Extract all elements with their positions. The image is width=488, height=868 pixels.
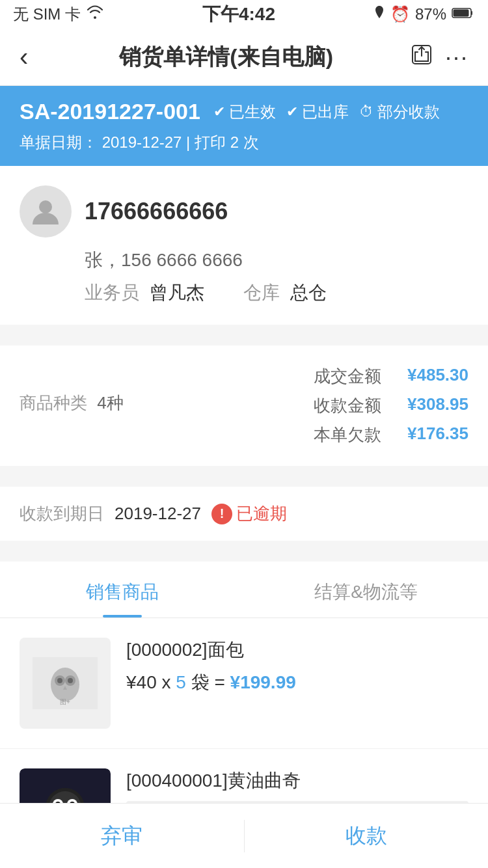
product-total-1: ¥199.99 [230, 672, 296, 692]
stats-right: 成交金额 ¥485.30 收款金额 ¥308.95 本单欠款 ¥176.35 [314, 365, 468, 446]
product-types-label: 商品种类 [20, 393, 87, 413]
battery-text: 87% [415, 5, 446, 23]
collected-value: ¥308.95 [407, 394, 468, 417]
clock-icon: ⏱ [359, 103, 373, 120]
battery-icon [452, 5, 475, 23]
amount-value: ¥485.30 [407, 365, 468, 388]
product-name-2: [000400001]黄油曲奇 [126, 768, 468, 793]
status-right: ⏰ 87% [373, 5, 475, 23]
due-date-value: 2019-12-27 [115, 504, 201, 524]
status-bar: 无 SIM 卡 下午4:42 ⏰ 87% [0, 0, 488, 29]
product-image-1: 图+ [20, 638, 111, 729]
separator-2 [0, 476, 488, 487]
customer-section: 17666666666 张，156 6666 6666 业务员 曾凡杰 仓库 总… [0, 166, 488, 325]
status-left: 无 SIM 卡 [13, 4, 104, 25]
badge-partial-paid: ⏱ 部分收款 [359, 102, 440, 122]
amount-row: 成交金额 ¥485.30 [314, 365, 468, 388]
product-qty-1: 5 [176, 672, 186, 692]
warehouse-name: 总仓 [290, 282, 327, 303]
product-types-count: 4种 [97, 393, 123, 413]
nav-actions: ··· [411, 44, 468, 71]
sales-label: 业务员 [85, 282, 139, 303]
tabs-bar: 销售商品 结算&物流等 [0, 562, 488, 618]
alarm-icon: ⏰ [390, 5, 410, 23]
svg-point-5 [51, 668, 79, 701]
customer-meta: 业务员 曾凡杰 仓库 总仓 [20, 280, 468, 305]
order-header: SA-20191227-001 ✔ 已生效 ✔ 已出库 ⏱ 部分收款 单据日期：… [0, 86, 488, 166]
due-date-label: 收款到期日 [20, 502, 104, 525]
carrier-text: 无 SIM 卡 [13, 4, 81, 25]
product-price-1: ¥40 x 5 袋 = ¥199.99 [126, 670, 468, 695]
customer-phone: 17666666666 [85, 198, 228, 225]
overdue-icon: ! [211, 504, 232, 524]
amount-label: 成交金额 [314, 365, 381, 388]
tab-sales-products[interactable]: 销售商品 [0, 562, 244, 617]
warehouse-info: 仓库 总仓 [243, 280, 327, 305]
overdue-badge: ! 已逾期 [211, 502, 287, 525]
status-badges: ✔ 已生效 ✔ 已出库 ⏱ 部分收款 [213, 102, 440, 122]
stats-section: 商品种类 4种 成交金额 ¥485.30 收款金额 ¥308.95 本单欠款 ¥… [0, 346, 488, 466]
overdue-text: 已逾期 [236, 502, 287, 525]
separator-1 [0, 335, 488, 346]
status-time: 下午4:42 [202, 2, 275, 27]
badge-shipped: ✔ 已出库 [286, 102, 349, 122]
debt-value: ¥176.35 [407, 424, 468, 446]
stats-left: 商品种类 4种 [20, 392, 124, 420]
collected-row: 收款金额 ¥308.95 [314, 394, 468, 417]
product-types: 商品种类 4种 [20, 392, 124, 414]
order-id: SA-20191227-001 [20, 99, 200, 124]
collect-payment-button[interactable]: 收款 [245, 809, 489, 863]
avatar [20, 185, 72, 237]
separator-3 [0, 551, 488, 562]
nav-bar: ‹ 销货单详情(来自电脑) ··· [0, 29, 488, 86]
back-button[interactable]: ‹ [20, 42, 28, 72]
sales-info: 业务员 曾凡杰 [85, 280, 204, 305]
due-date-section: 收款到期日 2019-12-27 ! 已逾期 [0, 487, 488, 541]
svg-rect-1 [453, 10, 468, 17]
order-date-line: 单据日期： 2019-12-27 | 打印 2 次 [20, 132, 468, 153]
debt-row: 本单欠款 ¥176.35 [314, 424, 468, 446]
wifi-icon [86, 5, 104, 23]
more-icon[interactable]: ··· [445, 44, 468, 71]
svg-point-3 [39, 200, 52, 213]
product-details-1: [0000002]面包 ¥40 x 5 袋 = ¥199.99 [126, 638, 468, 695]
share-icon[interactable] [411, 44, 432, 70]
collected-label: 收款金额 [314, 394, 381, 417]
svg-point-8 [57, 678, 62, 683]
warehouse-label: 仓库 [243, 282, 280, 303]
sales-name: 曾凡杰 [150, 282, 204, 303]
location-icon [373, 5, 385, 23]
svg-text:图+: 图+ [60, 698, 70, 705]
cancel-review-button[interactable]: 弃审 [0, 809, 244, 863]
page-title: 销货单详情(来自电脑) [41, 42, 411, 72]
tab-settlement[interactable]: 结算&物流等 [244, 562, 488, 617]
check-icon-1: ✔ [213, 103, 225, 120]
customer-contact: 张，156 6666 6666 [20, 248, 468, 273]
debt-label: 本单欠款 [314, 424, 381, 446]
product-name-1: [0000002]面包 [126, 638, 468, 662]
product-item: 图+ [0000002]面包 ¥40 x 5 袋 = ¥199.99 [0, 618, 488, 749]
check-icon-2: ✔ [286, 103, 298, 120]
badge-active: ✔ 已生效 [213, 102, 276, 122]
svg-point-9 [68, 678, 73, 683]
bottom-action-bar: 弃审 收款 [0, 803, 488, 868]
